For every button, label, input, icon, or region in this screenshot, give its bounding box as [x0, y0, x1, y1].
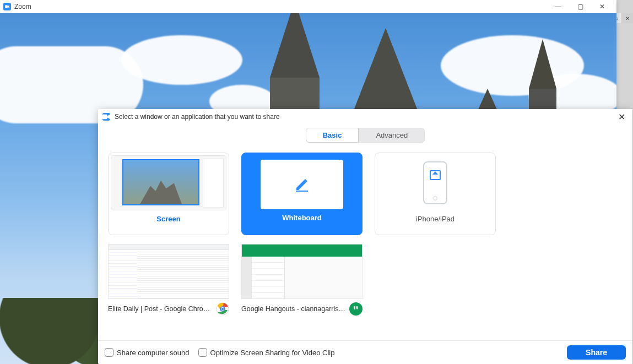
option-label: Screen: [156, 215, 180, 223]
svg-rect-0: [5, 6, 8, 8]
dialog-header: Select a window or an application that y…: [98, 109, 632, 124]
close-button[interactable]: ✕: [591, 0, 613, 13]
option-label: Whiteboard: [282, 214, 322, 222]
maximize-button[interactable]: ▢: [569, 0, 591, 13]
checkbox-label: Share computer sound: [117, 349, 190, 357]
option-label: iPhone/iPad: [416, 215, 455, 223]
share-button[interactable]: Share: [567, 345, 626, 360]
optimize-video-checkbox[interactable]: Optimize Screen Sharing for Video Clip: [198, 348, 335, 357]
pencil-icon: [293, 176, 311, 193]
window-thumbnail: [241, 244, 363, 299]
share-option-window-hangouts[interactable]: Google Hangouts - ciannagarriso…: [241, 244, 363, 327]
whiteboard-thumbnail: [261, 160, 343, 209]
share-options-grid: Screen Whiteboard iPhone/iPad: [98, 148, 632, 340]
checkbox-label: Optimize Screen Sharing for Video Clip: [210, 349, 335, 357]
bg-close-icon: ✕: [622, 13, 633, 23]
chrome-icon: [216, 302, 229, 316]
share-mode-tabs: Basic Advanced: [98, 124, 632, 148]
titlebar: Zoom — ▢ ✕: [0, 0, 616, 13]
share-computer-sound-checkbox[interactable]: Share computer sound: [105, 348, 190, 357]
svg-point-7: [221, 308, 224, 310]
camera-icon: [102, 113, 110, 121]
camera-icon: [5, 4, 9, 9]
share-option-window-chrome[interactable]: Elite Daily | Post - Google Chrome: [108, 244, 229, 327]
checkbox-icon: [198, 348, 207, 357]
window-label: Google Hangouts - ciannagarriso…: [241, 305, 346, 313]
dialog-title: Select a window or an application that y…: [115, 113, 615, 121]
tab-advanced[interactable]: Advanced: [359, 128, 425, 143]
checkbox-icon: [105, 348, 113, 357]
dialog-close-button[interactable]: ✕: [615, 110, 628, 123]
share-option-screen[interactable]: Screen: [108, 153, 229, 235]
iphone-thumbnail: [377, 155, 493, 210]
zoom-app-icon: [3, 3, 11, 10]
hangouts-icon: [349, 302, 363, 316]
share-option-iphone-ipad[interactable]: iPhone/iPad: [375, 153, 496, 235]
svg-rect-1: [102, 115, 107, 119]
window-label: Elite Daily | Post - Google Chrome: [108, 305, 213, 313]
screen-thumbnail: [111, 155, 226, 210]
tab-basic[interactable]: Basic: [306, 128, 359, 143]
svg-rect-2: [296, 191, 308, 192]
dialog-footer: Share computer sound Optimize Screen Sha…: [98, 340, 632, 364]
phone-icon: [423, 161, 447, 204]
window-thumbnail: [108, 244, 229, 299]
window-title: Zoom: [14, 3, 31, 10]
zoom-app-icon: [102, 113, 110, 121]
share-screen-dialog: Select a window or an application that y…: [98, 109, 632, 364]
minimize-button[interactable]: —: [547, 0, 569, 13]
share-option-whiteboard[interactable]: Whiteboard: [241, 153, 363, 235]
